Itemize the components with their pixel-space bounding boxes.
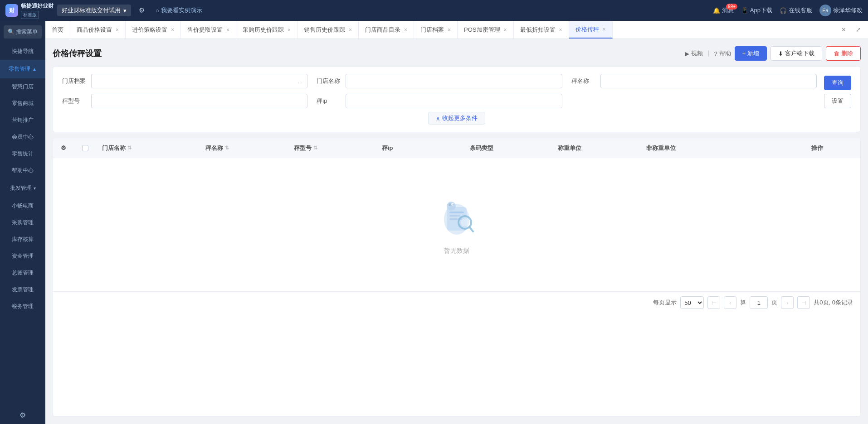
sidebar-item-label: 资金管理 — [12, 252, 34, 260]
sort-icon[interactable]: ⇅ — [313, 145, 317, 151]
page-prev-btn[interactable]: ‹ — [724, 296, 736, 309]
tab-home[interactable]: 首页 — [45, 21, 70, 39]
app-download-btn[interactable]: 📱 App下载 — [741, 6, 772, 14]
user-name: 徐泽华修改 — [833, 6, 863, 14]
tab-close-icon[interactable]: × — [404, 27, 407, 33]
settings-btn-label: 设置 — [832, 97, 844, 105]
tab-pos-encryption[interactable]: POS加密管理 × — [458, 21, 513, 39]
sidebar-item-ecommerce[interactable]: 小畅电商 — [0, 198, 45, 214]
add-btn[interactable]: + 新增 — [735, 46, 767, 61]
video-link[interactable]: ▶ 视频 — [685, 49, 703, 58]
scale-model-input[interactable] — [91, 94, 307, 108]
select-all-checkbox[interactable] — [82, 145, 88, 151]
sidebar-item-help[interactable]: 帮助中心 — [0, 162, 45, 179]
th-label: 条码类型 — [470, 144, 493, 152]
tab-close-icon[interactable]: × — [226, 27, 229, 33]
svg-point-6 — [461, 218, 469, 226]
env-settings-icon[interactable]: ⚙ — [135, 4, 148, 17]
tab-product-price[interactable]: 商品价格设置 × — [70, 21, 126, 39]
sidebar-item-purchase[interactable]: 采购管理 — [0, 214, 45, 231]
online-service-btn[interactable]: 🎧 在线客服 — [780, 6, 812, 14]
tab-sale-price-extract[interactable]: 售价提取设置 × — [181, 21, 236, 39]
svg-line-7 — [469, 227, 473, 231]
sidebar-item-retail-management[interactable]: 零售管理 ▲ — [0, 60, 45, 78]
page-next-btn[interactable]: › — [781, 296, 794, 309]
search-form: 门店档案 ... 门店名称 — [53, 66, 861, 132]
tab-bar-end: ✕ ⤢ — [834, 24, 868, 36]
tab-store-files[interactable]: 门店档案 × — [414, 21, 458, 39]
demo-icon: ○ — [156, 7, 159, 14]
env-selector[interactable]: 好业财标准版交付试用 ▾ — [57, 5, 131, 16]
tab-store-catalog[interactable]: 门店商品目录 × — [359, 21, 414, 39]
sidebar-item-label: 库存核算 — [12, 236, 34, 243]
sidebar-item-invoice[interactable]: 发票管理 — [0, 281, 45, 298]
tab-min-discount[interactable]: 最低折扣设置 × — [514, 21, 569, 39]
search-btn[interactable]: 查询 — [824, 76, 851, 90]
form-field-scale-model: 秤型号 — [62, 94, 307, 108]
sort-icon[interactable]: ⇅ — [225, 145, 229, 151]
scale-name-input[interactable] — [600, 74, 817, 88]
demo-link[interactable]: ○ 我要看实例演示 — [156, 6, 202, 14]
sidebar-item-inventory[interactable]: 库存核算 — [0, 231, 45, 248]
sidebar-gear-icon[interactable]: ⚙ — [20, 411, 26, 419]
sidebar-item-label: 帮助中心 — [12, 167, 34, 174]
th-settings[interactable]: ⚙ — [53, 145, 74, 151]
page-total: 共0页, 0条记录 — [814, 299, 853, 307]
svg-point-11 — [453, 204, 454, 205]
sidebar-item-label: 总账管理 — [12, 269, 34, 277]
sidebar-item-finance[interactable]: 资金管理 — [0, 248, 45, 265]
th-checkbox — [74, 145, 97, 151]
archive-input[interactable]: ... — [91, 74, 307, 88]
tab-close-icon[interactable]: × — [504, 27, 507, 33]
sidebar-item-tax[interactable]: 税务管理 — [0, 298, 45, 315]
sidebar-item-wholesale[interactable]: 批发管理 ▾ — [0, 179, 45, 198]
page-input[interactable] — [750, 296, 768, 309]
tab-close-icon[interactable]: × — [603, 26, 606, 33]
sidebar-item-accounting[interactable]: 总账管理 — [0, 265, 45, 281]
tab-close-icon[interactable]: × — [288, 27, 291, 33]
video-icon: ▶ — [685, 50, 689, 57]
sidebar-search[interactable]: 🔍 搜索菜单 — [0, 21, 45, 43]
tab-close-all-btn[interactable]: ✕ — [837, 24, 850, 36]
sidebar-item-retail-mall[interactable]: 零售商城 — [0, 95, 45, 112]
search-menu-btn[interactable]: 🔍 搜索菜单 — [4, 25, 42, 39]
chevron-down-icon: ▾ — [34, 186, 36, 191]
field-label-store-name: 门店名称 — [317, 77, 342, 85]
tab-close-icon[interactable]: × — [116, 27, 119, 33]
tab-expand-btn[interactable]: ⤢ — [852, 24, 864, 36]
sidebar-item-marketing[interactable]: 营销推广 — [0, 112, 45, 129]
tab-close-icon[interactable]: × — [448, 27, 451, 33]
sort-icon[interactable]: ⇅ — [127, 145, 132, 151]
avatar-initials: Ea — [822, 8, 828, 13]
env-selector-label: 好业财标准版交付试用 — [62, 6, 121, 14]
delete-btn[interactable]: 🗑 删除 — [826, 46, 861, 61]
svg-rect-3 — [449, 215, 460, 217]
per-page-select[interactable]: 10 20 50 100 — [680, 296, 704, 309]
sidebar-item-retail-stats[interactable]: 零售统计 — [0, 145, 45, 162]
tab-purchase-strategy[interactable]: 进价策略设置 × — [126, 21, 181, 39]
scale-ip-input[interactable] — [346, 94, 562, 108]
help-link[interactable]: ? 帮助 — [714, 49, 731, 58]
page-first-btn[interactable]: ⊢ — [707, 296, 720, 309]
sidebar-item-quick-nav[interactable]: 快捷导航 — [0, 43, 45, 60]
user-info[interactable]: Ea 徐泽华修改 — [819, 5, 863, 16]
sidebar-item-members[interactable]: 会员中心 — [0, 129, 45, 145]
store-name-input[interactable] — [346, 74, 562, 88]
empty-state: 暂无数据 — [53, 158, 860, 291]
tab-price-scale[interactable]: 价格传秤 × — [569, 21, 613, 39]
field-label-scale-ip: 秤ip — [317, 97, 342, 105]
page-last-btn[interactable]: ⊣ — [797, 296, 810, 309]
tab-close-icon[interactable]: × — [171, 27, 174, 33]
tab-sales-history[interactable]: 销售历史价跟踪 × — [297, 21, 359, 39]
tab-close-icon[interactable]: × — [349, 27, 352, 33]
download-btn[interactable]: ⬇ 客户端下载 — [770, 46, 822, 61]
sidebar-item-smart-store[interactable]: 智慧门店 — [0, 78, 45, 95]
settings-btn[interactable]: 设置 — [824, 94, 851, 108]
form-field-archive: 门店档案 ... — [62, 74, 307, 88]
tab-close-icon[interactable]: × — [559, 27, 562, 33]
collapse-btn[interactable]: ∧ 收起更多条件 — [428, 112, 485, 125]
sidebar-item-label: 零售商城 — [12, 100, 34, 107]
tab-purchase-history[interactable]: 采购历史价跟踪 × — [236, 21, 297, 39]
notification-btn[interactable]: 🔔 消息 99+ — [713, 6, 734, 14]
download-icon: 📱 — [741, 7, 748, 14]
